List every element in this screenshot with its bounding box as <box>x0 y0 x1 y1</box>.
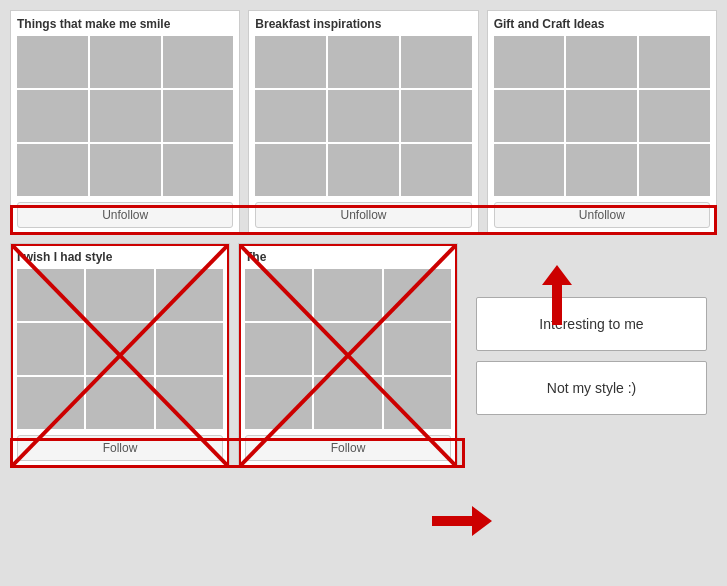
board-card-breakfast: Breakfast inspirations Unfollow <box>248 10 478 235</box>
img-cell <box>639 36 710 88</box>
img-cell <box>255 90 326 142</box>
board-title-smile: Things that make me smile <box>17 17 233 31</box>
follow-button-the[interactable]: Follow <box>245 435 451 461</box>
img-cell <box>156 377 223 429</box>
board-card-the: The Follow <box>238 243 458 468</box>
img-cell <box>163 90 234 142</box>
img-cell <box>17 144 88 196</box>
board-title-style: I wish I had style <box>17 250 223 264</box>
board-card-craft: Gift and Craft Ideas Unfollow <box>487 10 717 235</box>
board-images-the <box>245 269 451 429</box>
img-cell <box>86 323 153 375</box>
unfollow-button-breakfast[interactable]: Unfollow <box>255 202 471 228</box>
img-cell <box>17 377 84 429</box>
unfollow-button-smile[interactable]: Unfollow <box>17 202 233 228</box>
img-cell <box>401 144 472 196</box>
not-my-style-button[interactable]: Not my style :) <box>476 361 707 415</box>
img-cell <box>314 269 381 321</box>
img-cell <box>494 144 565 196</box>
arrow-up-annotation <box>542 265 572 329</box>
img-cell <box>163 144 234 196</box>
board-title-breakfast: Breakfast inspirations <box>255 17 471 31</box>
img-cell <box>255 144 326 196</box>
img-cell <box>566 90 637 142</box>
bottom-section: I wish I had style Follow <box>10 243 717 468</box>
interesting-to-me-button[interactable]: Interesting to me <box>476 297 707 351</box>
img-cell <box>401 90 472 142</box>
main-container: Things that make me smile Unfollow Break… <box>0 0 727 586</box>
img-cell <box>163 36 234 88</box>
arrow-right-annotation <box>432 502 492 536</box>
img-cell <box>401 36 472 88</box>
board-images-craft <box>494 36 710 196</box>
img-cell <box>328 90 399 142</box>
img-cell <box>245 323 312 375</box>
img-cell <box>86 269 153 321</box>
img-cell <box>566 144 637 196</box>
img-cell <box>639 90 710 142</box>
img-cell <box>328 36 399 88</box>
img-cell <box>90 36 161 88</box>
unfollow-button-craft[interactable]: Unfollow <box>494 202 710 228</box>
img-cell <box>494 90 565 142</box>
img-cell <box>86 377 153 429</box>
board-card-style: I wish I had style Follow <box>10 243 230 468</box>
img-cell <box>156 323 223 375</box>
img-cell <box>328 144 399 196</box>
img-cell <box>384 377 451 429</box>
svg-marker-5 <box>432 506 492 536</box>
board-title-craft: Gift and Craft Ideas <box>494 17 710 31</box>
follow-button-style[interactable]: Follow <box>17 435 223 461</box>
img-cell <box>384 269 451 321</box>
svg-marker-4 <box>542 265 572 325</box>
img-cell <box>384 323 451 375</box>
img-cell <box>90 144 161 196</box>
img-cell <box>494 36 565 88</box>
board-card-smile: Things that make me smile Unfollow <box>10 10 240 235</box>
img-cell <box>156 269 223 321</box>
img-cell <box>245 269 312 321</box>
board-images-style <box>17 269 223 429</box>
img-cell <box>314 323 381 375</box>
img-cell <box>566 36 637 88</box>
board-images-smile <box>17 36 233 196</box>
img-cell <box>245 377 312 429</box>
img-cell <box>639 144 710 196</box>
img-cell <box>17 36 88 88</box>
img-cell <box>90 90 161 142</box>
board-images-breakfast <box>255 36 471 196</box>
img-cell <box>17 269 84 321</box>
img-cell <box>314 377 381 429</box>
img-cell <box>17 90 88 142</box>
img-cell <box>255 36 326 88</box>
img-cell <box>17 323 84 375</box>
top-boards-row: Things that make me smile Unfollow Break… <box>10 10 717 235</box>
right-panel: Interesting to me Not my style :) <box>466 243 717 468</box>
board-title-the: The <box>245 250 451 264</box>
